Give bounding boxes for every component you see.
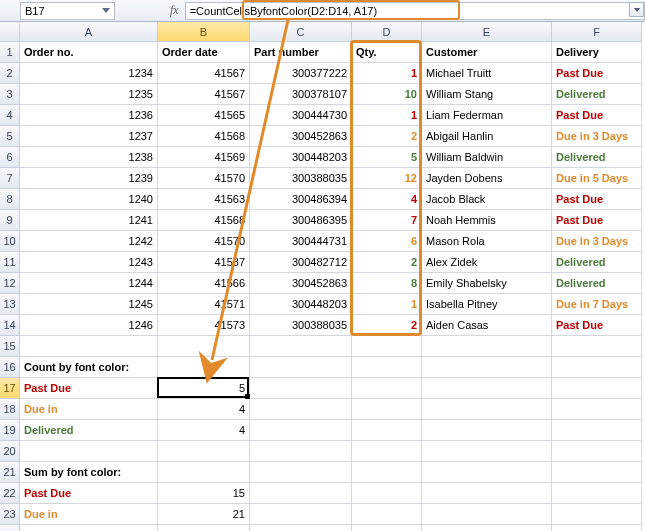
cell-part[interactable]: 300378107: [250, 84, 352, 105]
empty-cell[interactable]: [352, 483, 422, 504]
row-header-11[interactable]: 11: [0, 252, 20, 273]
empty-cell[interactable]: [552, 525, 642, 531]
row-header-24[interactable]: 24: [0, 525, 20, 531]
cell-part[interactable]: 300388035: [250, 168, 352, 189]
count-value[interactable]: 4: [158, 399, 250, 420]
cell-part[interactable]: 300452863: [250, 126, 352, 147]
sum-label[interactable]: Past Due: [20, 483, 158, 504]
cell-delivery[interactable]: Past Due: [552, 189, 642, 210]
empty-cell[interactable]: [422, 483, 552, 504]
empty-cell[interactable]: [552, 504, 642, 525]
cell-date[interactable]: 41573: [158, 315, 250, 336]
cell-customer[interactable]: Jacob Black: [422, 189, 552, 210]
cell-part[interactable]: 300444730: [250, 105, 352, 126]
cell-qty[interactable]: 10: [352, 84, 422, 105]
cell-qty[interactable]: 8: [352, 273, 422, 294]
empty-cell[interactable]: [352, 357, 422, 378]
cell-qty[interactable]: 1: [352, 105, 422, 126]
empty-cell[interactable]: [352, 504, 422, 525]
count-label[interactable]: Due in: [20, 399, 158, 420]
cell-customer[interactable]: Alex Zidek: [422, 252, 552, 273]
sum-label[interactable]: Delivered: [20, 525, 158, 531]
empty-cell[interactable]: [250, 357, 352, 378]
row-header-2[interactable]: 2: [0, 63, 20, 84]
empty-cell[interactable]: [422, 378, 552, 399]
cell-date[interactable]: 41566: [158, 273, 250, 294]
empty-cell[interactable]: [20, 441, 158, 462]
row-header-3[interactable]: 3: [0, 84, 20, 105]
cell-customer[interactable]: Michael Truitt: [422, 63, 552, 84]
empty-cell[interactable]: [552, 336, 642, 357]
cell-customer[interactable]: William Baldwin: [422, 147, 552, 168]
row-header-23[interactable]: 23: [0, 504, 20, 525]
header-qty[interactable]: Qty.: [352, 42, 422, 63]
cell-order[interactable]: 1234: [20, 63, 158, 84]
empty-cell[interactable]: [552, 378, 642, 399]
column-header-C[interactable]: C: [250, 22, 352, 42]
cell-order[interactable]: 1240: [20, 189, 158, 210]
cell-delivery[interactable]: Delivered: [552, 147, 642, 168]
empty-cell[interactable]: [352, 441, 422, 462]
row-header-14[interactable]: 14: [0, 315, 20, 336]
empty-cell[interactable]: [158, 357, 250, 378]
cell-date[interactable]: 41565: [158, 105, 250, 126]
empty-cell[interactable]: [422, 441, 552, 462]
row-header-17[interactable]: 17: [0, 378, 20, 399]
header-order-date[interactable]: Order date: [158, 42, 250, 63]
header-part-number[interactable]: Part number: [250, 42, 352, 63]
cell-delivery[interactable]: Due in 7 Days: [552, 294, 642, 315]
empty-cell[interactable]: [250, 483, 352, 504]
empty-cell[interactable]: [250, 441, 352, 462]
row-header-13[interactable]: 13: [0, 294, 20, 315]
cell-date[interactable]: 41571: [158, 294, 250, 315]
empty-cell[interactable]: [552, 462, 642, 483]
cell-customer[interactable]: Aiden Casas: [422, 315, 552, 336]
cell-order[interactable]: 1246: [20, 315, 158, 336]
name-box[interactable]: B17: [20, 2, 115, 20]
empty-cell[interactable]: [422, 336, 552, 357]
section-count-title[interactable]: Count by font color:: [20, 357, 158, 378]
row-header-15[interactable]: 15: [0, 336, 20, 357]
count-value[interactable]: 4: [158, 420, 250, 441]
sum-value[interactable]: 25: [158, 525, 250, 531]
cell-delivery[interactable]: Delivered: [552, 273, 642, 294]
column-header-F[interactable]: F: [552, 22, 642, 42]
empty-cell[interactable]: [422, 462, 552, 483]
cell-customer[interactable]: Isabella Pitney: [422, 294, 552, 315]
empty-cell[interactable]: [552, 357, 642, 378]
empty-cell[interactable]: [158, 336, 250, 357]
row-header-10[interactable]: 10: [0, 231, 20, 252]
empty-cell[interactable]: [250, 378, 352, 399]
cell-order[interactable]: 1245: [20, 294, 158, 315]
cell-part[interactable]: 300486394: [250, 189, 352, 210]
cell-order[interactable]: 1243: [20, 252, 158, 273]
empty-cell[interactable]: [250, 336, 352, 357]
empty-cell[interactable]: [352, 525, 422, 531]
cell-date[interactable]: 41537: [158, 252, 250, 273]
cell-order[interactable]: 1238: [20, 147, 158, 168]
chevron-down-icon[interactable]: [102, 8, 110, 13]
row-header-19[interactable]: 19: [0, 420, 20, 441]
cell-delivery[interactable]: Due in 3 Days: [552, 126, 642, 147]
row-header-1[interactable]: 1: [0, 42, 20, 63]
cell-date[interactable]: 41569: [158, 147, 250, 168]
cell-order[interactable]: 1239: [20, 168, 158, 189]
cell-qty[interactable]: 1: [352, 294, 422, 315]
empty-cell[interactable]: [250, 462, 352, 483]
select-all-corner[interactable]: [0, 22, 20, 42]
header-customer[interactable]: Customer: [422, 42, 552, 63]
empty-cell[interactable]: [352, 462, 422, 483]
column-header-E[interactable]: E: [422, 22, 552, 42]
cell-delivery[interactable]: Past Due: [552, 105, 642, 126]
count-label[interactable]: Past Due: [20, 378, 158, 399]
cell-qty[interactable]: 4: [352, 189, 422, 210]
empty-cell[interactable]: [552, 399, 642, 420]
empty-cell[interactable]: [422, 504, 552, 525]
cell-customer[interactable]: Emily Shabelsky: [422, 273, 552, 294]
cell-qty[interactable]: 1: [352, 63, 422, 84]
sum-label[interactable]: Due in: [20, 504, 158, 525]
cell-delivery[interactable]: Past Due: [552, 63, 642, 84]
cell-order[interactable]: 1236: [20, 105, 158, 126]
cell-customer[interactable]: Noah Hemmis: [422, 210, 552, 231]
row-header-7[interactable]: 7: [0, 168, 20, 189]
